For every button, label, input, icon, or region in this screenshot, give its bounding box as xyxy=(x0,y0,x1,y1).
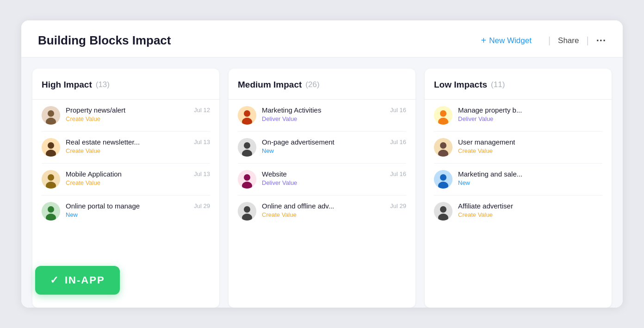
item-name: User management xyxy=(458,138,515,146)
list-item[interactable]: On-page advertisementJul 16New xyxy=(238,132,406,164)
item-info: Manage property b...Deliver Value xyxy=(458,106,602,122)
avatar xyxy=(42,106,60,125)
item-date: Jul 16 xyxy=(390,107,406,114)
avatar xyxy=(434,106,452,125)
list-item[interactable]: WebsiteJul 16Deliver Value xyxy=(238,164,406,196)
column-header-high-impact: High Impact(13) xyxy=(42,80,210,90)
header-actions: + New Widget | Share | ··· xyxy=(481,35,606,47)
svg-point-16 xyxy=(244,142,250,149)
item-tag: Deliver Value xyxy=(458,115,602,122)
svg-point-10 xyxy=(48,206,54,213)
item-info: Mobile ApplicationJul 13Create Value xyxy=(66,170,210,186)
item-info: Affiliate advertiserCreate Value xyxy=(458,202,602,218)
svg-point-22 xyxy=(244,206,250,213)
list-item[interactable]: Mobile ApplicationJul 13Create Value xyxy=(42,164,210,196)
item-tag: Create Value xyxy=(66,179,210,186)
item-info: Real estate newsletter...Jul 13Create Va… xyxy=(66,138,210,154)
item-info: Marketing ActivitiesJul 16Deliver Value xyxy=(262,106,406,122)
avatar xyxy=(42,138,60,157)
item-name: Marketing and sale... xyxy=(458,170,522,178)
column-count-medium-impact: (26) xyxy=(305,80,319,89)
item-tag: Create Value xyxy=(458,147,602,154)
column-low-impacts: Low Impacts(11)Manage property b...Deliv… xyxy=(425,69,612,308)
item-info: Property news/alertJul 12Create Value xyxy=(66,106,210,122)
column-header-low-impacts: Low Impacts(11) xyxy=(434,80,602,90)
item-name: Online portal to manage xyxy=(66,202,140,210)
item-name: Affiliate advertiser xyxy=(458,202,513,210)
avatar xyxy=(238,202,256,221)
item-tag: New xyxy=(66,211,210,218)
avatar xyxy=(434,138,452,157)
item-name: Mobile Application xyxy=(66,170,122,178)
item-info: WebsiteJul 16Deliver Value xyxy=(262,170,406,186)
svg-point-13 xyxy=(244,110,250,117)
list-item[interactable]: Property news/alertJul 12Create Value xyxy=(42,100,210,132)
column-title-low-impacts: Low Impacts xyxy=(434,80,487,90)
new-widget-button[interactable]: + New Widget xyxy=(481,35,541,46)
item-name: Manage property b... xyxy=(458,106,522,114)
avatar xyxy=(238,170,256,189)
list-item[interactable]: Online and offline adv...Jul 29Create Va… xyxy=(238,196,406,227)
list-item[interactable]: Marketing ActivitiesJul 16Deliver Value xyxy=(238,100,406,132)
item-row1: Manage property b... xyxy=(458,106,602,114)
item-tag: Deliver Value xyxy=(262,115,406,122)
header: Building Blocks Impact + New Widget | Sh… xyxy=(21,20,623,57)
column-count-high-impact: (13) xyxy=(96,80,110,89)
list-item[interactable]: Affiliate advertiserCreate Value xyxy=(434,196,602,227)
svg-point-1 xyxy=(48,110,54,117)
in-app-label: IN-APP xyxy=(65,274,105,286)
item-name: Online and offline adv... xyxy=(262,202,334,210)
item-tag: Deliver Value xyxy=(262,179,406,186)
item-row1: Online portal to manageJul 29 xyxy=(66,202,210,210)
item-date: Jul 29 xyxy=(194,202,210,209)
list-item[interactable]: Real estate newsletter...Jul 13Create Va… xyxy=(42,132,210,164)
item-row1: Marketing and sale... xyxy=(458,170,602,178)
item-name: Property news/alert xyxy=(66,106,125,114)
item-row1: User management xyxy=(458,138,602,146)
svg-point-34 xyxy=(440,206,446,213)
item-name: On-page advertisement xyxy=(262,138,334,146)
more-button[interactable]: ··· xyxy=(596,35,606,47)
item-name: Real estate newsletter... xyxy=(66,138,140,146)
item-info: Online portal to manageJul 29New xyxy=(66,202,210,218)
list-item[interactable]: Marketing and sale...New xyxy=(434,164,602,196)
avatar xyxy=(238,106,256,125)
column-header-medium-impact: Medium Impact(26) xyxy=(238,80,406,90)
divider-1: | xyxy=(541,35,558,46)
item-date: Jul 13 xyxy=(194,139,210,145)
column-medium-impact: Medium Impact(26)Marketing ActivitiesJul… xyxy=(229,69,415,308)
item-row1: Property news/alertJul 12 xyxy=(66,106,210,114)
share-button[interactable]: Share xyxy=(558,36,579,45)
item-date: Jul 29 xyxy=(390,202,406,209)
item-info: Online and offline adv...Jul 29Create Va… xyxy=(262,202,406,218)
item-tag: Create Value xyxy=(66,115,210,122)
new-widget-label: New Widget xyxy=(489,36,532,45)
divider-2: | xyxy=(579,35,596,46)
list-item[interactable]: Manage property b...Deliver Value xyxy=(434,100,602,132)
avatar xyxy=(42,202,60,221)
column-title-high-impact: High Impact xyxy=(42,80,92,90)
avatar xyxy=(42,170,60,189)
item-date: Jul 16 xyxy=(390,170,406,177)
item-row1: Mobile ApplicationJul 13 xyxy=(66,170,210,178)
plus-icon: + xyxy=(481,35,487,46)
column-count-low-impacts: (11) xyxy=(491,80,505,89)
page-title: Building Blocks Impact xyxy=(38,33,171,48)
item-date: Jul 12 xyxy=(194,107,210,114)
item-date: Jul 13 xyxy=(194,170,210,177)
list-item[interactable]: User managementCreate Value xyxy=(434,132,602,164)
list-item[interactable]: Online portal to manageJul 29New xyxy=(42,196,210,227)
item-row1: Marketing ActivitiesJul 16 xyxy=(262,106,406,114)
svg-point-25 xyxy=(440,110,446,117)
svg-point-31 xyxy=(440,174,446,181)
item-tag: New xyxy=(262,147,406,154)
item-tag: Create Value xyxy=(458,211,602,218)
item-row1: Real estate newsletter...Jul 13 xyxy=(66,138,210,146)
avatar xyxy=(434,170,452,189)
svg-point-4 xyxy=(48,142,54,149)
item-date: Jul 16 xyxy=(390,139,406,145)
item-name: Website xyxy=(262,170,287,178)
item-tag: Create Value xyxy=(66,147,210,154)
in-app-badge: ✓ IN-APP xyxy=(35,266,120,295)
share-label: Share xyxy=(558,36,579,45)
